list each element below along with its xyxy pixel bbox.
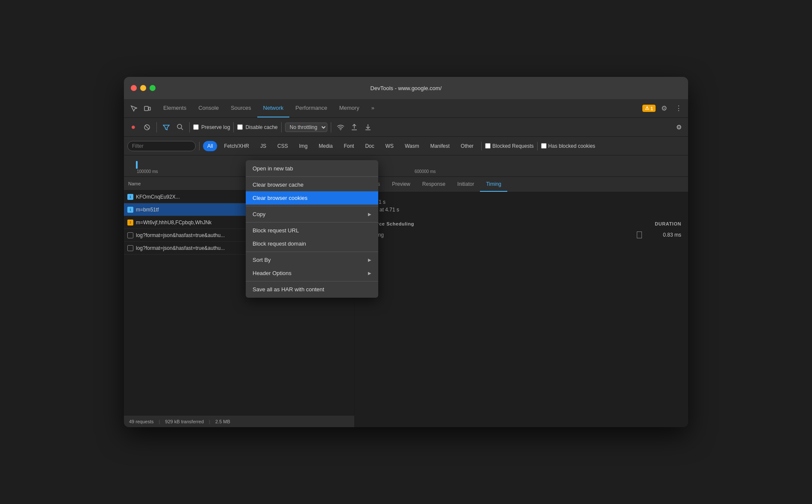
- settings-icon[interactable]: ⚙: [658, 103, 670, 114]
- blocked-requests-checkbox[interactable]: [485, 143, 491, 149]
- filter-icon[interactable]: [160, 121, 172, 133]
- tab-network[interactable]: Network: [257, 99, 290, 117]
- cm-header-options[interactable]: Header Options ▶: [246, 267, 378, 280]
- cm-block-url[interactable]: Block request URL: [246, 224, 378, 237]
- cm-sep-2: [246, 206, 378, 206]
- toolbar-sep-5: [331, 122, 331, 132]
- queueing-value: 0.83 ms: [647, 232, 681, 238]
- split-pane: Name i KFOmCnqEu92X... i m=bm51tf ! m=Wt…: [124, 177, 688, 427]
- resource-scheduling-title: Resource Scheduling DURATION: [362, 221, 681, 226]
- filter-doc[interactable]: Doc: [361, 141, 378, 151]
- toolbar-sep-3: [233, 122, 234, 132]
- cm-open-new-tab[interactable]: Open in new tab: [246, 162, 378, 175]
- filter-sep-2: [481, 142, 482, 150]
- throttle-select[interactable]: No throttling: [285, 123, 327, 132]
- detail-panel: Headers Preview Response Initiator Timin…: [355, 177, 688, 427]
- main-tabs: Elements Console Sources Network Perform…: [157, 99, 642, 117]
- filter-all[interactable]: All: [203, 141, 217, 151]
- svg-rect-1: [149, 107, 150, 110]
- requests-count: 49 requests: [129, 419, 153, 424]
- warning-icon: ⚠: [645, 105, 649, 111]
- disable-cache-checkbox[interactable]: [237, 124, 243, 130]
- preserve-log-label[interactable]: Preserve log: [193, 124, 230, 130]
- cm-copy-arrow: ▶: [368, 212, 371, 217]
- tabbar: Elements Console Sources Network Perform…: [124, 99, 688, 118]
- req-icon-3: !: [127, 220, 133, 226]
- detail-content: d at 4.71 s Started at 4.71 s Resource S…: [355, 192, 688, 427]
- filter-wasm[interactable]: Wasm: [400, 141, 424, 151]
- filter-input[interactable]: [127, 141, 196, 151]
- transferred-size: 929 kB transferred: [165, 419, 204, 424]
- preserve-log-checkbox[interactable]: [193, 124, 199, 130]
- toolbar-sep-4: [281, 122, 282, 132]
- statusbar: 49 requests | 929 kB transferred | 2.5 M…: [124, 415, 354, 427]
- started-at-2: Started at 4.71 s: [362, 207, 681, 213]
- filterbar: All Fetch/XHR JS CSS Img Media Font Doc …: [124, 137, 688, 155]
- filter-css[interactable]: CSS: [273, 141, 292, 151]
- search-icon[interactable]: [174, 121, 186, 133]
- minimize-button[interactable]: [140, 85, 146, 91]
- settings-network-icon[interactable]: ⚙: [673, 121, 685, 133]
- tabbar-right: ⚠ 1 ⚙ ⋮: [642, 99, 685, 117]
- main-content: 100000 ms 400000 ms 500000 ms 600000 ms …: [124, 155, 688, 427]
- tab-more[interactable]: »: [365, 99, 380, 117]
- record-button[interactable]: ●: [127, 121, 139, 133]
- download-icon[interactable]: [362, 121, 374, 133]
- close-button[interactable]: [131, 85, 137, 91]
- cm-clear-cache[interactable]: Clear browser cache: [246, 178, 378, 191]
- tab-elements[interactable]: Elements: [157, 99, 192, 117]
- tab-timing[interactable]: Timing: [480, 177, 507, 192]
- wifi-icon[interactable]: [335, 121, 347, 133]
- tab-sources[interactable]: Sources: [225, 99, 257, 117]
- inspect-icon[interactable]: [127, 102, 140, 115]
- filter-ws[interactable]: WS: [381, 141, 398, 151]
- warning-badge[interactable]: ⚠ 1: [642, 105, 656, 112]
- filter-other[interactable]: Other: [456, 141, 478, 151]
- svg-line-5: [181, 128, 183, 130]
- filter-sep-3: [537, 142, 538, 150]
- svg-point-6: [340, 129, 341, 130]
- traffic-lights: [131, 85, 156, 91]
- detail-tabs: Headers Preview Response Initiator Timin…: [355, 177, 688, 192]
- filter-sep-1: [199, 142, 200, 150]
- cm-copy[interactable]: Copy ▶: [246, 208, 378, 221]
- cm-clear-cookies[interactable]: Clear browser cookies: [246, 191, 378, 205]
- window-title: DevTools - www.google.com/: [371, 85, 442, 91]
- tabbar-left-icons: [127, 99, 154, 117]
- has-blocked-checkbox[interactable]: [541, 143, 547, 149]
- cm-block-domain[interactable]: Block request domain: [246, 237, 378, 250]
- has-blocked-container: Has blocked cookies: [541, 143, 595, 149]
- tab-memory[interactable]: Memory: [333, 99, 365, 117]
- more-icon[interactable]: ⋮: [673, 103, 685, 114]
- timeline-marker-4: 600000 ms: [415, 169, 435, 174]
- cm-header-arrow: ▶: [368, 271, 371, 275]
- tab-performance[interactable]: Performance: [289, 99, 333, 117]
- filter-js[interactable]: JS: [256, 141, 271, 151]
- timeline-marker-1: 100000 ms: [137, 169, 158, 174]
- tab-console[interactable]: Console: [192, 99, 225, 117]
- filter-font[interactable]: Font: [339, 141, 358, 151]
- clear-button[interactable]: [141, 121, 153, 133]
- filter-fetch-xhr[interactable]: Fetch/XHR: [220, 141, 253, 151]
- tab-response[interactable]: Response: [416, 177, 451, 192]
- tab-initiator[interactable]: Initiator: [451, 177, 480, 192]
- req-icon-5: [127, 245, 133, 251]
- network-toolbar: ● Preserve log Disable cach: [124, 118, 688, 137]
- upload-icon[interactable]: [348, 121, 360, 133]
- svg-line-3: [145, 126, 149, 129]
- cm-sep-5: [246, 281, 378, 281]
- started-at-1: d at 4.71 s: [362, 199, 681, 205]
- disable-cache-label[interactable]: Disable cache: [237, 124, 277, 130]
- filter-manifest[interactable]: Manifest: [426, 141, 454, 151]
- cm-sep-1: [246, 176, 378, 177]
- context-menu: Open in new tab Clear browser cache Clea…: [246, 160, 378, 298]
- filter-img[interactable]: Img: [295, 141, 312, 151]
- blocked-requests-container: Blocked Requests: [485, 143, 534, 149]
- device-icon[interactable]: [141, 102, 154, 115]
- svg-point-4: [177, 124, 182, 129]
- cm-sort-by[interactable]: Sort By ▶: [246, 253, 378, 267]
- cm-save-har[interactable]: Save all as HAR with content: [246, 283, 378, 296]
- tab-preview[interactable]: Preview: [386, 177, 416, 192]
- filter-media[interactable]: Media: [315, 141, 337, 151]
- maximize-button[interactable]: [150, 85, 156, 91]
